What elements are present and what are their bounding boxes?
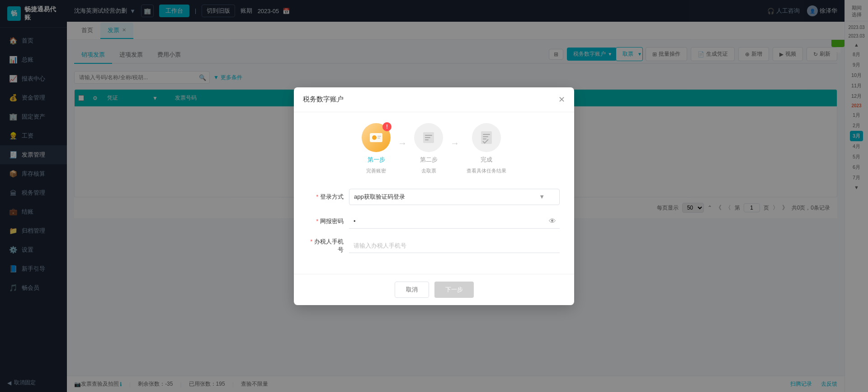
phone-label: * 办税人手机号 — [308, 238, 349, 254]
svg-rect-3 — [377, 138, 380, 139]
svg-rect-6 — [425, 137, 430, 138]
modal-body: ! 第一步 完善账密 → — [294, 112, 574, 274]
step3-label: 完成 — [481, 156, 492, 164]
step2-sub: 去取票 — [421, 167, 436, 174]
tax-account-modal: 税务数字账户 ✕ ! — [294, 87, 574, 305]
next-button[interactable]: 下一步 — [434, 282, 474, 298]
login-method-label: * 登录方式 — [308, 193, 349, 201]
svg-rect-2 — [377, 136, 381, 137]
svg-rect-10 — [483, 136, 488, 137]
required-mark2: * — [316, 218, 318, 225]
password-field: 👁 — [349, 214, 560, 229]
modal-overlay[interactable]: 税务数字账户 ✕ ! — [0, 0, 868, 392]
svg-rect-5 — [425, 135, 432, 136]
step-arrow-2: → — [450, 138, 459, 148]
steps-indicator: ! 第一步 完善账密 → — [308, 123, 560, 174]
step3-icon-wrap — [472, 123, 501, 152]
step2-label: 第二步 — [420, 156, 438, 164]
required-mark: * — [316, 193, 318, 200]
phone-row: * 办税人手机号 — [308, 238, 560, 254]
step-1: ! 第一步 完善账密 — [362, 123, 391, 174]
svg-rect-8 — [481, 131, 492, 144]
phone-field — [349, 239, 560, 253]
svg-rect-7 — [425, 139, 429, 140]
step1-icon — [368, 129, 384, 146]
modal-header: 税务数字账户 ✕ — [294, 87, 574, 112]
svg-rect-9 — [483, 134, 490, 135]
step-3: 完成 查看具体任务结果 — [467, 123, 506, 174]
step1-badge: ! — [382, 122, 392, 131]
modal-title: 税务数字账户 — [303, 95, 344, 104]
login-method-field: app获取验证码登录 ▼ — [349, 189, 560, 205]
login-method-select[interactable]: app获取验证码登录 ▼ — [349, 189, 560, 205]
step-2: 第二步 去取票 — [414, 123, 443, 174]
step2-icon-wrap — [414, 123, 443, 152]
step-arrow-1: → — [398, 138, 407, 148]
phone-input[interactable] — [349, 239, 560, 253]
required-mark3: * — [310, 238, 312, 245]
step2-icon — [420, 129, 437, 146]
modal-footer: 取消 下一步 — [294, 274, 574, 305]
password-input[interactable] — [349, 214, 560, 229]
password-toggle-icon[interactable]: 👁 — [549, 217, 556, 225]
select-chevron-icon: ▼ — [539, 193, 545, 200]
modal-close-button[interactable]: ✕ — [558, 95, 565, 105]
password-row: * 网报密码 👁 — [308, 214, 560, 229]
password-label: * 网报密码 — [308, 217, 349, 225]
svg-point-1 — [372, 135, 377, 140]
cancel-button[interactable]: 取消 — [395, 282, 429, 298]
step1-sub: 完善账密 — [366, 167, 386, 174]
step3-icon — [478, 129, 495, 146]
login-method-row: * 登录方式 app获取验证码登录 ▼ — [308, 189, 560, 205]
step1-icon-wrap: ! — [362, 123, 391, 152]
step3-sub: 查看具体任务结果 — [467, 167, 506, 174]
step1-label: 第一步 — [368, 156, 385, 164]
svg-rect-11 — [483, 139, 486, 139]
